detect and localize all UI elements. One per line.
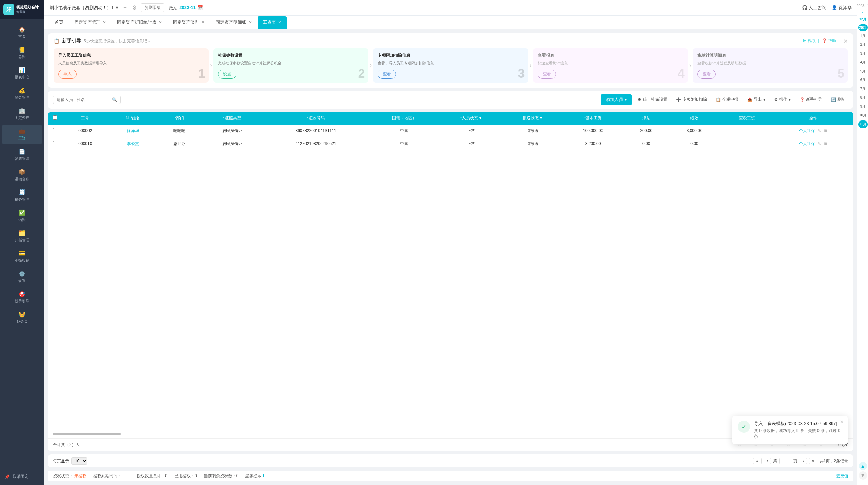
export-button[interactable]: 📤 导出 ▾ xyxy=(745,95,768,104)
month-item-7[interactable]: 7月 xyxy=(858,85,868,93)
wizard-close-button[interactable]: ✕ xyxy=(843,38,848,44)
tax-declaration-button[interactable]: 📋 个税申报 xyxy=(713,95,741,104)
sidebar-item-settings[interactable]: ⚙️ 设置 xyxy=(2,267,42,287)
refresh-button[interactable]: 🔄 刷新 xyxy=(828,95,848,104)
first-page-button[interactable]: « xyxy=(753,458,762,464)
sidebar-item-guide[interactable]: 🎯 新手引导 xyxy=(2,287,42,307)
tab-fixed-assets[interactable]: 固定资产管理 ✕ xyxy=(69,16,111,29)
sidebar-item-archive[interactable]: 🗂️ 归档管理 xyxy=(2,226,42,246)
reports-icon: 📊 xyxy=(19,67,25,73)
sidebar-item-inventory[interactable]: 📦 进销台账 xyxy=(2,165,42,185)
sidebar-item-assets[interactable]: 🏢 固定资产 xyxy=(2,104,42,124)
filter-icon[interactable]: ▾ xyxy=(479,116,481,120)
month-item-11[interactable]: 11月 xyxy=(858,120,868,128)
sidebar-item-member[interactable]: 👑 畅会员 xyxy=(2,308,42,328)
main-area: 刘小艳演示账套（勿删勿动！）1 ▾ ＋ ⚙ 切到旧版 账期 2023-11 📅 … xyxy=(44,0,857,485)
sidebar-item-funds[interactable]: 💰 资金管理 xyxy=(2,84,42,104)
switch-version-button[interactable]: 切到旧版 xyxy=(141,3,164,12)
video-icon[interactable]: ▶ 视频 xyxy=(803,38,816,43)
month-item-8[interactable]: 8月 xyxy=(858,94,868,101)
help-icon[interactable]: ❓ 帮助 xyxy=(822,38,836,43)
tab-asset-category[interactable]: 固定资产类别 ✕ xyxy=(168,16,210,29)
sidebar-item-close[interactable]: ✅ 结账 xyxy=(2,206,42,226)
next-page-button[interactable]: › xyxy=(800,458,807,464)
select-all-checkbox[interactable] xyxy=(53,115,57,120)
month-item-1[interactable]: 1月 xyxy=(858,32,868,40)
sidebar-item-invoice[interactable]: 📄 发票管理 xyxy=(2,145,42,165)
add-person-button[interactable]: 添加人员 ▾ xyxy=(601,94,632,105)
charge-link[interactable]: 去充值 xyxy=(836,473,848,479)
row-checkbox[interactable] xyxy=(53,128,57,132)
sidebar-item-expense[interactable]: 💳 小畅报销 xyxy=(2,247,42,266)
filter-icon-2[interactable]: ▾ xyxy=(540,116,542,120)
panel-up-icon[interactable]: ▲ xyxy=(859,462,867,470)
social-insurance-button[interactable]: ⚙ 统一社保设置 xyxy=(635,95,670,104)
wizard-step-5-btn[interactable]: 查看 xyxy=(697,70,716,79)
employee-report-status: 待报送 xyxy=(502,125,562,137)
prev-page-button[interactable]: ‹ xyxy=(764,458,771,464)
month-item-5[interactable]: 5月 xyxy=(858,68,868,75)
tab-asset-detail[interactable]: 固定资产明细账 ✕ xyxy=(211,16,257,29)
employee-id: 000002 xyxy=(62,125,109,137)
year-item-2023[interactable]: 2023 xyxy=(858,24,868,31)
search-input[interactable] xyxy=(57,97,110,102)
month-item-2[interactable]: 2月 xyxy=(858,41,868,49)
add-account-icon[interactable]: ＋ xyxy=(122,4,128,11)
operations-button[interactable]: ⚙ 操作 ▾ xyxy=(771,95,793,104)
tab-payroll[interactable]: 工资表 ✕ xyxy=(258,16,287,29)
customer-service-button[interactable]: 🎧 人工咨询 xyxy=(802,5,826,11)
employee-id-num: 412702198206290521 xyxy=(263,137,369,150)
toast-close-button[interactable]: ✕ xyxy=(840,419,844,425)
tab-close-active-icon[interactable]: ✕ xyxy=(278,20,281,25)
tab-close-icon[interactable]: ✕ xyxy=(159,20,162,25)
sort-icon[interactable]: ⇅ xyxy=(126,116,129,120)
account-selector[interactable]: 刘小艳演示账套（勿删勿动！）1 ▾ xyxy=(50,4,118,11)
month-item-12[interactable]: 12月 xyxy=(858,16,868,23)
panel-close-icon[interactable]: ‹ xyxy=(862,11,863,14)
employee-dept: 总经办 xyxy=(157,137,201,150)
last-page-button[interactable]: » xyxy=(809,458,817,464)
row-checkbox-cell[interactable] xyxy=(48,125,62,137)
tab-close-icon[interactable]: ✕ xyxy=(103,20,106,25)
delete-icon[interactable]: 🗑 xyxy=(824,128,828,133)
unpin-button[interactable]: 📌 取消固定 xyxy=(0,471,44,482)
tab-depreciation[interactable]: 固定资产折旧统计表 ✕ xyxy=(112,16,167,29)
panel-down-icon[interactable]: ▼ xyxy=(859,471,867,480)
month-item-3[interactable]: 3月 xyxy=(858,50,868,57)
table-header: 工号 ⇅ *姓名 *部门 *证照类型 *证照号码 国籍（地区） *人员状态 ▾ xyxy=(48,112,853,125)
month-item-4[interactable]: 4月 xyxy=(858,59,868,66)
month-item-6[interactable]: 6月 xyxy=(858,76,868,84)
sidebar-item-payroll[interactable]: 💼 工资 xyxy=(2,125,42,144)
wizard-step-1-btn[interactable]: 导入 xyxy=(58,70,77,79)
wizard-step-2-btn[interactable]: 设置 xyxy=(218,70,236,79)
employee-report-status: 待报送 xyxy=(502,137,562,150)
select-all-header[interactable] xyxy=(48,112,62,125)
month-item-9[interactable]: 9月 xyxy=(858,103,868,110)
sidebar-item-tax[interactable]: 🧾 税务管理 xyxy=(2,186,42,205)
toolbar: 🔍 添加人员 ▾ ⚙ 统一社保设置 ➕ 专项附加扣除 📋 个税申报 📤 导出 xyxy=(48,91,853,109)
new-guide-button[interactable]: ❓ 新手引导 xyxy=(797,95,825,104)
sidebar-item-ledger[interactable]: 📒 总账 xyxy=(2,43,42,63)
wizard-step-4-btn[interactable]: 查看 xyxy=(538,70,556,79)
edit-icon[interactable]: ✎ xyxy=(817,128,821,133)
settings-gear-icon[interactable]: ⚙ xyxy=(132,4,137,11)
wizard-step-3-btn[interactable]: 查看 xyxy=(378,70,396,79)
account-dropdown-icon[interactable]: ▾ xyxy=(116,4,118,11)
sidebar-item-reports[interactable]: 📊 报表中心 xyxy=(2,63,42,83)
row-checkbox[interactable] xyxy=(53,141,57,145)
page-number-input[interactable]: 1 xyxy=(779,458,791,464)
user-menu[interactable]: 👤 徐泽华 xyxy=(832,5,852,11)
settings-icon: ⚙️ xyxy=(19,271,25,277)
toast-content: 导入工资表模板(2023-03-23 15:07:59.897) 共 9 条数据… xyxy=(754,421,842,440)
row-checkbox-cell[interactable] xyxy=(48,137,62,150)
page-size-select[interactable]: 10 20 50 xyxy=(71,457,87,465)
month-item-10[interactable]: 10月 xyxy=(858,112,868,119)
tab-close-icon[interactable]: ✕ xyxy=(201,20,205,25)
tab-home[interactable]: 首页 xyxy=(50,16,68,29)
sidebar-item-home[interactable]: 🏠 首页 xyxy=(2,23,42,42)
special-deduction-button[interactable]: ➕ 专项附加扣除 xyxy=(673,95,710,104)
calendar-icon[interactable]: 📅 xyxy=(198,5,203,10)
edit-icon[interactable]: ✎ xyxy=(817,141,821,146)
delete-icon[interactable]: 🗑 xyxy=(824,141,828,146)
tab-close-icon[interactable]: ✕ xyxy=(249,20,252,25)
